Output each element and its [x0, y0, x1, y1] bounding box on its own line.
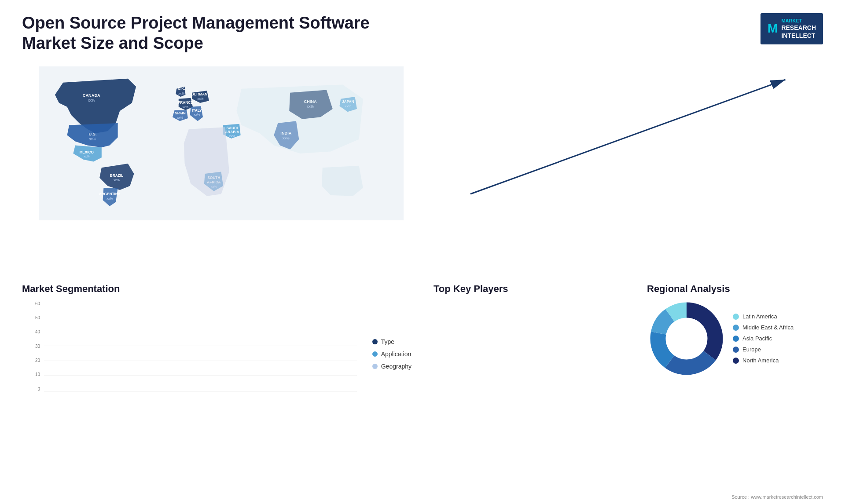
- reg-apac-dot: [733, 336, 739, 342]
- reg-apac: Asia Pacific: [733, 335, 794, 342]
- reg-mea-dot: [733, 325, 739, 331]
- world-map: CANADA xx% U.S. xx% MEXICO xx% BRAZIL xx…: [22, 66, 420, 220]
- seg-legend: Type Application Geography: [368, 301, 416, 407]
- logo-letter: M: [768, 21, 778, 37]
- page-container: Open Source Project Management Software …: [0, 0, 845, 504]
- reg-apac-label: Asia Pacific: [742, 335, 772, 342]
- legend-type-dot: [372, 339, 378, 344]
- seg-y-60: 60: [26, 301, 40, 306]
- reg-latin-label: Latin America: [742, 313, 777, 320]
- page-title: Open Source Project Management Software …: [22, 13, 374, 53]
- svg-text:SAUDI: SAUDI: [227, 126, 238, 130]
- svg-text:U.K.: U.K.: [178, 87, 185, 91]
- reg-latin-dot: [733, 314, 739, 320]
- reg-northam-dot: [733, 358, 739, 364]
- svg-text:xx%: xx%: [89, 137, 96, 141]
- legend-geo-dot: [372, 364, 378, 369]
- svg-text:ARGENTINA: ARGENTINA: [99, 192, 121, 196]
- legend-geo-label: Geography: [381, 363, 411, 370]
- donut-chart: [647, 299, 726, 378]
- key-players-section: Top Key Players: [434, 283, 638, 486]
- svg-text:xx%: xx%: [229, 134, 235, 138]
- svg-text:U.S.: U.S.: [89, 132, 97, 136]
- map-section: CANADA xx% U.S. xx% MEXICO xx% BRAZIL xx…: [22, 62, 420, 274]
- segmentation-title: Market Segmentation: [22, 283, 420, 295]
- reg-latin: Latin America: [733, 313, 794, 320]
- svg-text:xx%: xx%: [107, 197, 113, 201]
- svg-text:xx%: xx%: [182, 105, 188, 109]
- source-text: Source : www.marketresearchintellect.com: [731, 494, 823, 500]
- svg-text:ITALY: ITALY: [192, 109, 202, 113]
- svg-text:xx%: xx%: [177, 116, 184, 120]
- legend-app-dot: [372, 351, 378, 357]
- svg-text:xx%: xx%: [88, 99, 95, 102]
- seg-y-0: 0: [26, 387, 40, 391]
- svg-text:ARABIA: ARABIA: [225, 130, 239, 134]
- svg-text:xx%: xx%: [84, 154, 90, 158]
- legend-application: Application: [372, 351, 411, 358]
- reg-northam-label: North America: [742, 357, 779, 364]
- regional-title: Regional Analysis: [647, 283, 823, 295]
- seg-y-10: 10: [26, 372, 40, 377]
- legend-geography: Geography: [372, 363, 411, 370]
- logo-line1: MARKET: [781, 18, 816, 24]
- logo-line2: RESEARCH: [781, 24, 816, 32]
- logo-text: MARKET RESEARCH INTELLECT: [781, 18, 816, 40]
- bottom-right: Top Key Players Regional Analysis: [425, 279, 823, 491]
- regional-analysis-section: Regional Analysis: [638, 283, 823, 486]
- svg-text:xx%: xx%: [178, 91, 184, 95]
- legend-type: Type: [372, 338, 411, 345]
- logo-box: M MARKET RESEARCH INTELLECT: [760, 13, 823, 44]
- reg-europe: Europe: [733, 346, 794, 353]
- svg-text:xx%: xx%: [114, 178, 120, 182]
- reg-mea-label: Middle East & Africa: [742, 324, 794, 331]
- svg-text:xx%: xx%: [194, 113, 200, 117]
- svg-text:CANADA: CANADA: [83, 93, 100, 98]
- seg-y-20: 20: [26, 358, 40, 363]
- svg-point-40: [666, 318, 707, 359]
- reg-mea: Middle East & Africa: [733, 324, 794, 331]
- logo-area: M MARKET RESEARCH INTELLECT: [760, 13, 823, 44]
- svg-text:FRANCE: FRANCE: [178, 101, 193, 105]
- reg-europe-dot: [733, 347, 739, 353]
- chart-section: [425, 62, 823, 274]
- svg-text:xx%: xx%: [198, 97, 204, 101]
- svg-text:GERMANY: GERMANY: [191, 93, 210, 97]
- seg-y-50: 50: [26, 315, 40, 320]
- svg-text:BRAZIL: BRAZIL: [110, 174, 123, 178]
- svg-text:MEXICO: MEXICO: [79, 150, 94, 154]
- reg-europe-label: Europe: [742, 346, 761, 353]
- key-players-title: Top Key Players: [434, 283, 638, 295]
- reg-northam: North America: [733, 357, 794, 364]
- svg-text:SPAIN: SPAIN: [175, 111, 186, 115]
- logo-line3: INTELLECT: [781, 32, 816, 40]
- regional-legend: Latin America Middle East & Africa Asia …: [733, 313, 794, 364]
- seg-y-30: 30: [26, 344, 40, 349]
- legend-type-label: Type: [381, 338, 394, 345]
- seg-y-40: 40: [26, 329, 40, 334]
- header: Open Source Project Management Software …: [22, 13, 823, 58]
- segmentation-section: Market Segmentation 0 10 20 30 40 50 60: [22, 279, 420, 491]
- legend-app-label: Application: [381, 351, 411, 358]
